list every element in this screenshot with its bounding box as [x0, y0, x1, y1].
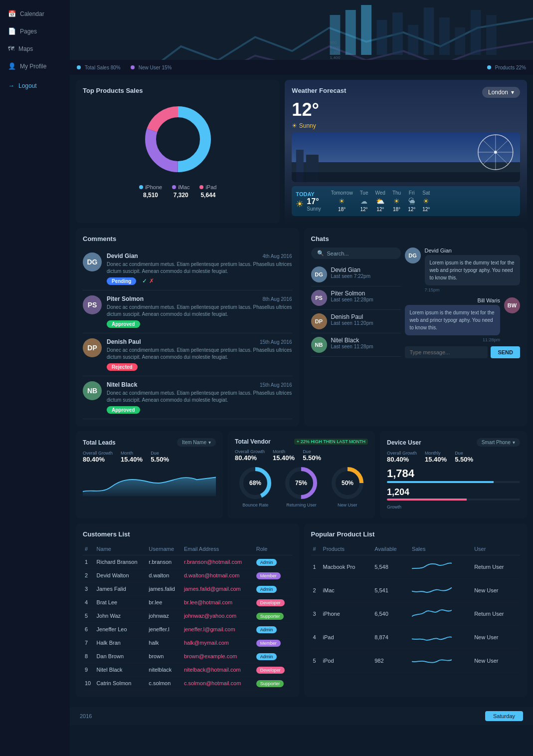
pop-cell-product: iPad [321, 626, 373, 649]
comment-text-2: Donec ac condimentum metus. Etiam pellen… [107, 304, 292, 318]
comment-header-3: Denish Paul 15th Aug 2016 [107, 338, 292, 345]
comment-text-4: Donec ac condimentum metus. Etiam pellen… [107, 390, 292, 404]
cell-num: 8 [83, 650, 95, 663]
sidebar-item-pages[interactable]: 📄 Pages [0, 22, 70, 40]
vendor-title: Total Vendor [235, 438, 271, 445]
col-username: Username [147, 543, 182, 555]
pop-cell-sales [410, 626, 472, 649]
cell-name: Devid Walton [95, 569, 147, 582]
chat-contact-2[interactable]: PS Piter Solmon Last seen 12:28pm [311, 286, 401, 310]
forecast-icon: ☀ [339, 197, 345, 205]
device-num2: 1,204 [387, 487, 520, 498]
pop-cell-available: 5,541 [372, 579, 410, 602]
weather-left: Weather Forecast 12° ☀ Sunny [292, 87, 346, 129]
popular-table-body: 1 Macbook Pro 5,548 Return User 2 iMac 5… [311, 555, 521, 673]
chat-contact-3[interactable]: DP Denish Paul Last seen 11:20pm [311, 310, 401, 333]
leads-selector[interactable]: Item Name ▾ [177, 438, 216, 447]
comment-item-2: PS Piter Solmon 8th Aug 2016 Donec ac co… [83, 290, 292, 333]
sidebar-item-profile[interactable]: 👤 My Profile [0, 57, 70, 75]
forecast-fri: Fri 🌦 12° [408, 190, 415, 212]
cell-username: jeneffer.l [147, 623, 182, 636]
vendor-gauges: 68% Bounce Rate 75% Returning User [235, 466, 368, 507]
svg-text:900: 900 [330, 40, 337, 45]
table-row: 9 Nitel Black nitelblack nitelback@hotma… [83, 663, 292, 677]
table-row: 5 John Waz johnwaz johnwaz@yahoo.com Sup… [83, 609, 292, 623]
main-content: 1,400 1,200 1,000 900 1,400 1,200 1,000 … [70, 0, 533, 756]
approve-icon[interactable]: ✓ [142, 277, 147, 284]
chat-input[interactable] [405, 346, 488, 358]
chat-last-3: Last seen 11:20pm [331, 320, 373, 326]
svg-rect-7 [376, 20, 387, 55]
sparkline-chart [412, 559, 452, 574]
city-selector[interactable]: London ▾ [482, 87, 520, 98]
customers-title: Customers List [83, 530, 292, 538]
sidebar-item-calendar[interactable]: 📅 Calendar [0, 5, 70, 22]
sidebar-item-logout[interactable]: → Logout [0, 77, 70, 94]
pop-cell-num: 5 [311, 649, 321, 673]
svg-rect-10 [424, 7, 434, 55]
pop-cell-user: Return User [472, 555, 520, 579]
logout-icon: → [8, 82, 14, 89]
device-overall-value: 80.40% [387, 456, 417, 463]
device-selector[interactable]: Smart Phone ▾ [477, 438, 520, 447]
chat-last-1: Last seen 7:22pm [331, 273, 371, 279]
pop-col-num: # [311, 543, 321, 555]
status-badge-1: Pending [107, 277, 136, 285]
chat-contact-info-3: Denish Paul Last seen 11:20pm [331, 313, 373, 329]
col-num: # [83, 543, 95, 555]
cell-role: Admin [254, 623, 292, 636]
reject-icon[interactable]: ✗ [149, 277, 154, 284]
chat-search-bar[interactable]: 🔍 Search... [311, 248, 401, 259]
top-products-title: Top Products Sales [83, 87, 273, 94]
cell-role: Developer [254, 663, 292, 677]
send-button[interactable]: SEND [491, 346, 520, 358]
chat-contact-4[interactable]: NB Nitel Black Last seen 11:28pm [311, 333, 401, 357]
chat-bubble-text-1: Lorem ipsum is the dummy text for the we… [425, 255, 521, 285]
footer-day-button[interactable]: Saturday [485, 711, 523, 721]
forecast-thu: Thu ☀ 18° [392, 190, 401, 212]
cell-role: Member [254, 569, 292, 582]
cell-username: nitelblack [147, 663, 182, 677]
pop-cell-available: 5,548 [372, 555, 410, 579]
list-item: 1 Macbook Pro 5,548 Return User [311, 555, 521, 579]
device-monthly-value: 15.40% [425, 456, 447, 463]
device-user-card: Device User Smart Phone ▾ Overall Growth… [380, 431, 527, 518]
comment-name-2: Piter Solmon [107, 295, 144, 302]
table-row: 6 Jeneffer Leo jeneffer.l jeneffer.l@gma… [83, 623, 292, 636]
vendor-stats: Overall Growth 80.40% Month 15.40% Due 5… [235, 449, 368, 462]
sparkline-chart [412, 606, 452, 621]
pop-cell-product: Macbook Pro [321, 555, 373, 579]
total-leads-card: Total Leads Item Name ▾ Overall Growth 8… [76, 431, 223, 518]
cell-username: halk [147, 636, 182, 650]
cell-username: d.walton [147, 569, 182, 582]
chat-name-4: Nitel Black [331, 337, 373, 344]
leads-monthly-label: Month [121, 451, 143, 456]
cell-email: james.falid@gmail.com [182, 582, 254, 596]
svg-rect-13 [471, 10, 481, 55]
total-vendor-card: Total Vendor + 22% HIGH THEN LAST MONTH … [228, 431, 375, 518]
forecast-days: Tomorrow ☀ 18° Tue ☁ 12° Wed ⛅ 12° [331, 190, 430, 212]
donut-svg [141, 102, 215, 177]
svg-text:1,400: 1,400 [330, 55, 340, 60]
chats-card: Chats 🔍 Search... DG Devid Gian Last see [304, 228, 528, 426]
chat-bubble-sender-2: Bill Waris [405, 297, 501, 303]
leads-overall: Overall Growth 80.40% [83, 451, 113, 463]
sparkline-chart [412, 629, 452, 644]
weather-header: Weather Forecast 12° ☀ Sunny London ▾ [292, 87, 520, 129]
vendor-monthly: Month 15.40% [273, 449, 295, 462]
svg-text:68%: 68% [249, 480, 261, 487]
svg-rect-14 [486, 15, 497, 55]
sidebar-item-maps[interactable]: 🗺 Maps [0, 40, 70, 57]
dashboard: Top Products Sales [70, 75, 533, 707]
cell-role: Admin [254, 650, 292, 663]
chat-contact-1[interactable]: DG Devid Gian Last seen 7:22pm [311, 263, 401, 286]
cell-role: Member [254, 636, 292, 650]
comment-text-3: Donec ac condimentum metus. Etiam pellen… [107, 347, 292, 361]
table-row: 8 Dan Brown brown brown@example.com Admi… [83, 650, 292, 663]
ipad-dot [199, 185, 203, 189]
gauge-returning: 75% Returning User [284, 466, 319, 507]
returning-label: Returning User [286, 503, 317, 507]
ipad-label: iPad [205, 184, 216, 190]
chevron-down-icon3: ▾ [513, 440, 515, 445]
pop-col-user: User [472, 543, 520, 555]
